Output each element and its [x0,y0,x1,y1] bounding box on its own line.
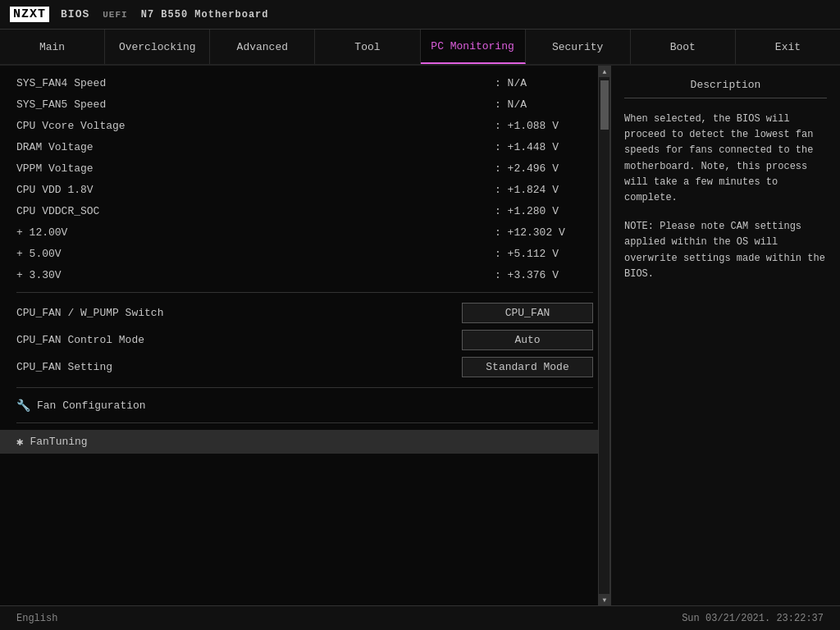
divider-2 [16,387,593,388]
nav-item-exit[interactable]: Exit [736,30,840,64]
description-text-1: When selected, the BIOS will proceed to … [624,112,827,206]
setting-value: : +1.088 V [495,120,593,132]
setting-value: : +1.448 V [495,141,593,153]
fantuning-label: FanTuning [30,436,87,448]
nav-item-boot[interactable]: Boot [631,30,736,64]
control-button-cpu-fan-switch[interactable]: CPU_FAN [462,303,593,323]
status-datetime: Sun 03/21/2021. 23:22:37 [682,613,824,624]
control-row-cpu-fan-switch: CPU_FAN / W_PUMP SwitchCPU_FAN [0,299,609,326]
setting-label: + 12.00V [16,226,495,239]
header: NZXT BIOS UEFI N7 B550 Motherboard [0,0,840,30]
setting-value: : +1.824 V [495,184,593,196]
fan-config-icon: 🔧 [16,399,30,413]
nav-item-advanced[interactable]: Advanced [210,30,315,64]
fantuning-row[interactable]: ✱ FanTuning [0,430,609,454]
setting-label: CPU VDD 1.8V [16,184,495,196]
setting-row: CPU VDD 1.8V: +1.824 V [16,179,593,200]
left-panel: SYS_FAN4 Speed: N/ASYS_FAN5 Speed: N/ACP… [0,66,609,605]
status-language: English [16,613,57,624]
description-panel: Description When selected, the BIOS will… [610,66,840,605]
logo: NZXT BIOS UEFI N7 B550 Motherboard [10,7,269,21]
setting-value: : +1.280 V [495,205,593,217]
description-text-2: NOTE: Please note CAM settings applied w… [624,219,827,282]
fantuning-icon: ✱ [16,435,23,449]
setting-label: + 3.30V [16,269,495,281]
left-panel-wrapper: SYS_FAN4 Speed: N/ASYS_FAN5 Speed: N/ACP… [0,66,610,605]
setting-row: SYS_FAN4 Speed: N/A [16,72,593,94]
control-button-cpu-fan-control[interactable]: Auto [462,330,593,350]
description-text: When selected, the BIOS will proceed to … [624,112,827,282]
setting-row: + 3.30V: +3.376 V [16,264,593,285]
scrollbar-track: ▲ ▼ [598,66,609,605]
divider-3 [16,422,593,423]
setting-label: CPU VDDCR_SOC [16,205,495,217]
control-button-cpu-fan-setting[interactable]: Standard Mode [462,357,593,377]
setting-row: + 12.00V: +12.302 V [16,221,593,243]
controls-container: CPU_FAN / W_PUMP SwitchCPU_FANCPU_FAN Co… [0,299,609,381]
setting-value: : +3.376 V [495,269,593,281]
setting-label: CPU Vcore Voltage [16,120,495,132]
control-label-cpu-fan-control: CPU_FAN Control Mode [16,334,462,346]
description-title: Description [624,79,827,98]
setting-value: : +12.302 V [495,226,593,239]
setting-row: DRAM Voltage: +1.448 V [16,136,593,158]
logo-nzxt: NZXT [10,7,49,22]
control-row-cpu-fan-setting: CPU_FAN SettingStandard Mode [0,354,609,381]
setting-row: CPU Vcore Voltage: +1.088 V [16,115,593,136]
setting-label: VPPM Voltage [16,162,495,175]
nav-item-security[interactable]: Security [526,30,631,64]
setting-value: : N/A [495,77,593,89]
setting-row: VPPM Voltage: +2.496 V [16,158,593,179]
nav-item-overclocking[interactable]: Overclocking [105,30,210,64]
logo-uefi: UEFI [103,10,127,20]
setting-value: : +2.496 V [495,162,593,175]
setting-label: + 5.00V [16,248,495,260]
setting-label: SYS_FAN5 Speed [16,98,495,111]
status-bar: English Sun 03/21/2021. 23:22:37 [0,605,840,630]
control-label-cpu-fan-switch: CPU_FAN / W_PUMP Switch [16,307,462,319]
logo-bios: BIOS [61,8,89,21]
setting-row: SYS_FAN5 Speed: N/A [16,94,593,115]
control-label-cpu-fan-setting: CPU_FAN Setting [16,361,462,373]
setting-row: CPU VDDCR_SOC: +1.280 V [16,200,593,221]
setting-value: : +5.112 V [495,248,593,260]
settings-list: SYS_FAN4 Speed: N/ASYS_FAN5 Speed: N/ACP… [0,72,609,285]
fan-config-row[interactable]: 🔧 Fan Configuration [0,395,609,416]
nav-item-main[interactable]: Main [0,30,105,64]
nav-item-pc-monitoring[interactable]: PC Monitoring [421,30,526,64]
divider-1 [16,292,593,293]
control-row-cpu-fan-control: CPU_FAN Control ModeAuto [0,326,609,354]
setting-value: : N/A [495,98,593,111]
nav-item-tool[interactable]: Tool [315,30,420,64]
scrollbar-down-arrow[interactable]: ▼ [599,594,610,605]
setting-label: SYS_FAN4 Speed [16,77,495,89]
setting-label: DRAM Voltage [16,141,495,153]
fan-config-label: Fan Configuration [37,399,146,412]
logo-model: N7 B550 Motherboard [141,9,269,21]
scrollbar-up-arrow[interactable]: ▲ [599,66,610,77]
setting-row: + 5.00V: +5.112 V [16,243,593,264]
nav: MainOverclockingAdvancedToolPC Monitorin… [0,30,840,66]
scrollbar-thumb[interactable] [600,80,609,130]
main-content: SYS_FAN4 Speed: N/ASYS_FAN5 Speed: N/ACP… [0,66,840,605]
